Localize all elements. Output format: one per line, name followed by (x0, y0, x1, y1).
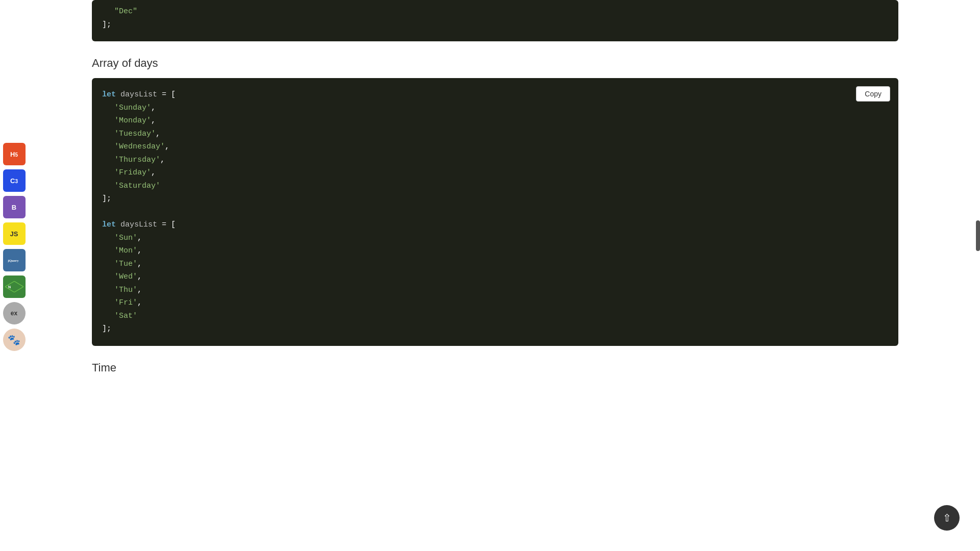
main-content: "Dec" ]; Array of days Copy let daysList… (31, 0, 980, 395)
code-line-mon: 'Mon', (102, 244, 888, 258)
chevron-up-icon: ⇧ (943, 512, 951, 524)
svg-text:jQuery: jQuery (7, 259, 19, 263)
days-code-area: let daysList = [ 'Sunday', 'Monday', 'Tu… (102, 88, 888, 336)
top-code-block: "Dec" ]; (92, 0, 898, 41)
days-code-block: Copy let daysList = [ 'Sunday', 'Monday'… (92, 78, 898, 346)
top-line2: ]; (102, 18, 888, 32)
code-line-fri: 'Fri', (102, 296, 888, 310)
code-line-tue: 'Tue', (102, 258, 888, 271)
code-line-let2: let daysList = [ (102, 218, 888, 232)
code-line-tuesday: 'Tuesday', (102, 128, 888, 141)
sidebar-icon-css3[interactable]: C3 (3, 169, 26, 192)
time-heading: Time (92, 361, 898, 374)
code-line-wed: 'Wed', (102, 270, 888, 284)
code-line-close1: ]; (102, 192, 888, 206)
code-line-let1: let daysList = [ (102, 88, 888, 102)
code-line-thursday: 'Thursday', (102, 154, 888, 167)
sidebar-icon-html5[interactable]: H5 (3, 143, 26, 165)
sidebar-icon-nodejs[interactable]: N (3, 276, 26, 298)
sidebar-icon-paw[interactable]: 🐾 (3, 329, 26, 351)
copy-button[interactable]: Copy (856, 86, 890, 102)
scroll-to-top-button[interactable]: ⇧ (934, 505, 960, 531)
top-code-area: "Dec" ]; (102, 5, 888, 31)
code-line-sunday: 'Sunday', (102, 102, 888, 115)
code-line-sat: 'Sat' (102, 310, 888, 323)
code-line-monday: 'Monday', (102, 114, 888, 128)
top-line1: "Dec" (102, 5, 888, 18)
sidebar-icon-bootstrap[interactable]: B (3, 196, 26, 218)
sidebar-icon-js[interactable]: JS (3, 222, 26, 245)
nodejs-icon: N (5, 281, 23, 292)
code-line-saturday: 'Saturday' (102, 180, 888, 193)
css3-label: C3 (10, 177, 18, 185)
jquery-icon: jQuery (6, 252, 22, 268)
sidebar-icon-jquery[interactable]: jQuery (3, 249, 26, 271)
bootstrap-label: B (12, 204, 16, 211)
js-label: JS (10, 230, 18, 238)
sidebar: H5 C3 B JS jQuery N ex 🐾 (0, 0, 28, 551)
code-line-thu: 'Thu', (102, 284, 888, 297)
code-line-wednesday: 'Wednesday', (102, 140, 888, 154)
svg-text:N: N (8, 285, 11, 289)
svg-marker-1 (5, 281, 23, 292)
code-line-friday: 'Friday', (102, 166, 888, 180)
code-line-close2: ]; (102, 322, 888, 336)
scrollbar[interactable] (976, 220, 980, 251)
code-line-sun: 'Sun', (102, 232, 888, 245)
sidebar-icon-express[interactable]: ex (3, 302, 26, 324)
array-of-days-heading: Array of days (92, 57, 898, 70)
html5-label: H5 (10, 151, 18, 158)
paw-icon: 🐾 (8, 334, 20, 346)
express-label: ex (11, 310, 17, 317)
